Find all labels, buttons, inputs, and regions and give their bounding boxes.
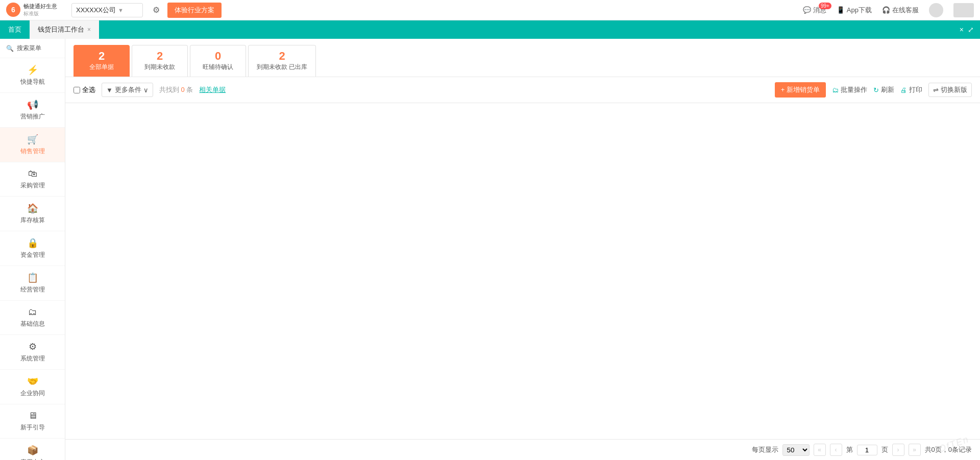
- online-service-label: 在线客服: [892, 6, 919, 15]
- sidebar-item-guide[interactable]: 🖥 新手引导: [0, 404, 65, 439]
- stat-overdue-shipped-label: 到期未收款 已出库: [257, 63, 307, 70]
- tab-workbench-label: 钱货日清工作台: [38, 25, 84, 34]
- switch-label: 切换新版: [941, 85, 967, 94]
- search-menu-item[interactable]: 🔍 搜索菜单: [0, 39, 65, 58]
- per-page-select[interactable]: 50 20 100: [782, 444, 810, 456]
- stat-wangwang-label: 旺辅待确认: [203, 63, 233, 70]
- stat-overdue-label: 到期未收款: [144, 63, 175, 70]
- prev-page-button[interactable]: ‹: [830, 444, 842, 456]
- app-download-button[interactable]: 📱 App下载: [837, 6, 872, 15]
- stat-all-num: 2: [82, 50, 121, 63]
- sidebar-item-label: 营销推广: [20, 112, 45, 121]
- sidebar-item-enterprise[interactable]: 🤝 企业协同: [0, 370, 65, 404]
- refresh-label: 刷新: [881, 85, 894, 94]
- select-all-checkbox-wrapper[interactable]: 全选: [74, 85, 95, 94]
- sidebar-item-label: 企业协同: [20, 389, 45, 398]
- refresh-button[interactable]: ↻ 刷新: [873, 85, 894, 94]
- first-page-button[interactable]: «: [814, 444, 826, 456]
- basic-info-icon: 🗂: [28, 307, 37, 318]
- stat-tab-overdue-shipped[interactable]: 2 到期未收款 已出库: [248, 45, 316, 77]
- sidebar-item-label: 基础信息: [20, 320, 45, 328]
- sidebar-item-label: 应用中心: [20, 458, 45, 460]
- user-menu[interactable]: [953, 3, 974, 17]
- topbar-actions: ⚙ 体验行业方案: [149, 3, 222, 18]
- sidebar-item-purchase[interactable]: 🛍 采购管理: [0, 162, 65, 197]
- marketing-icon: 📢: [27, 99, 38, 110]
- stat-tab-wangwang[interactable]: 0 旺辅待确认: [190, 45, 246, 77]
- quick-nav-icon: ⚡: [27, 64, 38, 76]
- batch-label: 批量操作: [841, 85, 867, 94]
- experience-button[interactable]: 体验行业方案: [167, 3, 222, 18]
- content-area: 2 全部单据 2 到期未收款 0 旺辅待确认 2 到期未收款 已出库 全选: [65, 39, 980, 460]
- tab-close-icon[interactable]: ×: [87, 26, 91, 33]
- filter-button[interactable]: ▼ 更多条件 ∨: [102, 83, 153, 97]
- switch-version-button[interactable]: ⇌ 切换新版: [928, 83, 972, 97]
- window-close-icon[interactable]: ×: [960, 26, 964, 34]
- app-download-label: App下载: [847, 6, 872, 15]
- app-title: 畅捷通好生意: [23, 3, 57, 10]
- service-icon: 🎧: [882, 6, 890, 14]
- stat-tab-all[interactable]: 2 全部单据: [74, 45, 130, 77]
- table-area: [65, 103, 980, 439]
- found-number: 0: [181, 86, 185, 93]
- sidebar-item-finance[interactable]: 🔒 资金管理: [0, 231, 65, 266]
- sidebar-item-system[interactable]: ⚙ 系统管理: [0, 335, 65, 370]
- sidebar-item-label: 库存核算: [20, 216, 45, 225]
- tab-home[interactable]: 首页: [0, 20, 30, 39]
- message-button[interactable]: 💬 消息 99+: [803, 6, 826, 15]
- sidebar-item-label: 销售管理: [20, 147, 45, 156]
- online-service-button[interactable]: 🎧 在线客服: [882, 6, 919, 15]
- stat-wangwang-num: 0: [199, 50, 237, 63]
- next-page-button[interactable]: ›: [892, 444, 904, 456]
- print-button[interactable]: 🖨 打印: [900, 85, 922, 94]
- batch-action-button[interactable]: 🗂 批量操作: [832, 85, 867, 94]
- add-sales-order-button[interactable]: + 新增销货单: [775, 82, 826, 98]
- page-input[interactable]: [857, 445, 877, 455]
- avatar[interactable]: [929, 3, 943, 17]
- stat-overdue-shipped-num: 2: [257, 50, 307, 63]
- stat-overdue-num: 2: [140, 50, 179, 63]
- related-documents-link[interactable]: 相关单据: [199, 85, 226, 94]
- print-label: 打印: [909, 85, 922, 94]
- nav-tabs: 首页 钱货日清工作台 × × ⤢: [0, 20, 980, 39]
- stat-tabs: 2 全部单据 2 到期未收款 0 旺辅待确认 2 到期未收款 已出库: [65, 39, 980, 77]
- sidebar-item-label: 采购管理: [20, 181, 45, 190]
- toolbar: 全选 ▼ 更多条件 ∨ 共找到 0 条 相关单据 + 新增销货单 🗂 批量操作: [65, 77, 980, 103]
- select-all-checkbox[interactable]: [74, 87, 80, 93]
- topbar: 6 畅捷通好生意 标准版 XXXXXX公司 ▼ ⚙ 体验行业方案 💬 消息 99…: [0, 0, 980, 20]
- chevron-down-icon: ▼: [118, 7, 124, 13]
- sidebar-item-sales[interactable]: 🛒 销售管理: [0, 128, 65, 162]
- settings-icon[interactable]: ⚙: [149, 3, 163, 17]
- topbar-right: 💬 消息 99+ 📱 App下载 🎧 在线客服: [803, 3, 974, 17]
- company-name: XXXXXX公司: [76, 6, 116, 15]
- batch-icon: 🗂: [832, 86, 839, 94]
- sidebar-item-label: 系统管理: [20, 354, 45, 363]
- company-selector[interactable]: XXXXXX公司 ▼: [71, 3, 143, 17]
- main-layout: 🔍 搜索菜单 ⚡ 快捷导航 📢 营销推广 🛒 销售管理 🛍 采购管理 🏠 库存核…: [0, 39, 980, 460]
- app-subtitle: 标准版: [23, 10, 57, 17]
- app-logo: 6 畅捷通好生意 标准版: [6, 3, 71, 17]
- purchase-icon: 🛍: [28, 168, 37, 179]
- inventory-icon: 🏠: [27, 203, 38, 214]
- tab-workbench[interactable]: 钱货日清工作台 ×: [30, 20, 99, 39]
- pagination: 每页显示 50 20 100 « ‹ 第 页 › » 共0页，0条记录: [65, 439, 980, 460]
- sidebar-item-operation[interactable]: 📋 经营管理: [0, 266, 65, 301]
- message-icon: 💬: [803, 6, 811, 14]
- sidebar-item-app-center[interactable]: 📦 应用中心: [0, 439, 65, 460]
- per-page-label: 每页显示: [752, 445, 778, 454]
- window-maximize-icon[interactable]: ⤢: [968, 26, 974, 34]
- sidebar-item-marketing[interactable]: 📢 营销推广: [0, 93, 65, 128]
- sales-icon: 🛒: [27, 134, 38, 145]
- sidebar-item-label: 新手引导: [20, 423, 45, 432]
- last-page-button[interactable]: »: [909, 444, 921, 456]
- sidebar-item-quick-nav[interactable]: ⚡ 快捷导航: [0, 58, 65, 93]
- print-icon: 🖨: [900, 86, 907, 94]
- enterprise-icon: 🤝: [27, 376, 38, 387]
- sidebar-item-label: 资金管理: [20, 251, 45, 259]
- app-download-icon: 📱: [837, 6, 845, 14]
- stat-tab-overdue[interactable]: 2 到期未收款: [132, 45, 188, 77]
- sidebar-item-inventory[interactable]: 🏠 库存核算: [0, 197, 65, 231]
- toolbar-right-actions: + 新增销货单 🗂 批量操作 ↻ 刷新 🖨 打印 ⇌ 切换新版: [775, 82, 972, 98]
- sidebar-item-basic-info[interactable]: 🗂 基础信息: [0, 301, 65, 335]
- sidebar: 🔍 搜索菜单 ⚡ 快捷导航 📢 营销推广 🛒 销售管理 🛍 采购管理 🏠 库存核…: [0, 39, 65, 460]
